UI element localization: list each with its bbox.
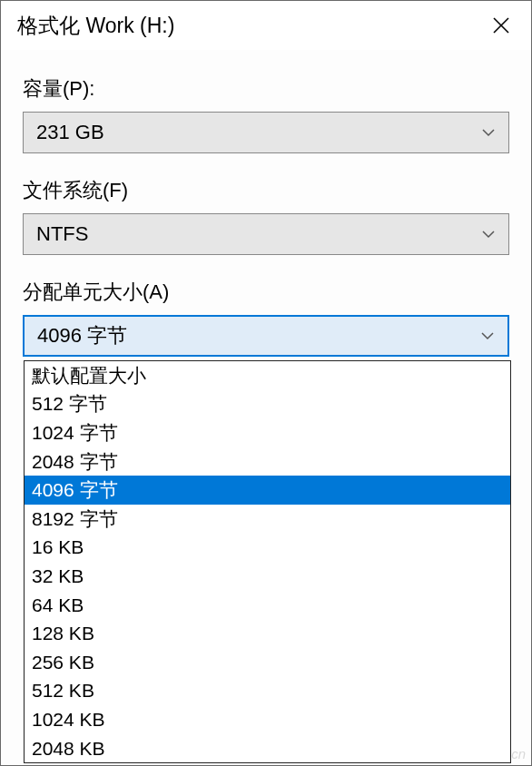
allocation-field: 分配单元大小(A) 4096 字节 — [23, 279, 509, 357]
allocation-option[interactable]: 16 KB — [25, 534, 510, 563]
filesystem-label: 文件系统(F) — [23, 177, 509, 204]
filesystem-value: NTFS — [36, 222, 88, 246]
allocation-option[interactable]: 256 KB — [25, 648, 510, 677]
allocation-option[interactable]: 2048 字节 — [25, 447, 510, 476]
allocation-option[interactable]: 默认配置大小 — [25, 361, 510, 390]
allocation-option[interactable]: 32 KB — [25, 562, 510, 591]
capacity-label: 容量(P): — [23, 75, 509, 103]
format-dialog: 格式化 Work (H:) 容量(P): 231 GB 文件系统(F) NTFS — [0, 0, 532, 766]
allocation-option[interactable]: 1024 KB — [25, 705, 510, 734]
titlebar: 格式化 Work (H:) — [1, 1, 531, 50]
allocation-option[interactable]: 64 KB — [25, 591, 510, 620]
allocation-option[interactable]: 8192 字节 — [25, 505, 510, 534]
filesystem-combobox[interactable]: NTFS — [23, 213, 509, 255]
dialog-content: 容量(P): 231 GB 文件系统(F) NTFS 分配单元大小(A) 409… — [1, 50, 531, 357]
capacity-combobox[interactable]: 231 GB — [23, 112, 509, 153]
close-button[interactable] — [488, 12, 515, 39]
window-title: 格式化 Work (H:) — [17, 12, 174, 40]
filesystem-field: 文件系统(F) NTFS — [23, 177, 509, 255]
allocation-option[interactable]: 1024 字节 — [25, 418, 510, 447]
allocation-option[interactable]: 512 KB — [25, 677, 510, 706]
allocation-dropdown-list[interactable]: 默认配置大小512 字节1024 字节2048 字节4096 字节8192 字节… — [24, 360, 511, 763]
capacity-value: 231 GB — [36, 121, 104, 144]
allocation-combobox[interactable]: 4096 字节 — [23, 315, 509, 357]
chevron-down-icon — [480, 329, 495, 343]
allocation-option[interactable]: 128 KB — [25, 619, 510, 648]
capacity-field: 容量(P): 231 GB — [23, 75, 509, 153]
allocation-option[interactable]: 4096 字节 — [25, 476, 510, 505]
allocation-value: 4096 字节 — [37, 322, 127, 349]
chevron-down-icon — [481, 227, 496, 241]
chevron-down-icon — [481, 125, 496, 140]
allocation-option[interactable]: 2048 KB — [25, 734, 510, 763]
close-icon — [493, 14, 509, 37]
allocation-option[interactable]: 512 字节 — [25, 390, 510, 419]
allocation-label: 分配单元大小(A) — [23, 279, 509, 306]
